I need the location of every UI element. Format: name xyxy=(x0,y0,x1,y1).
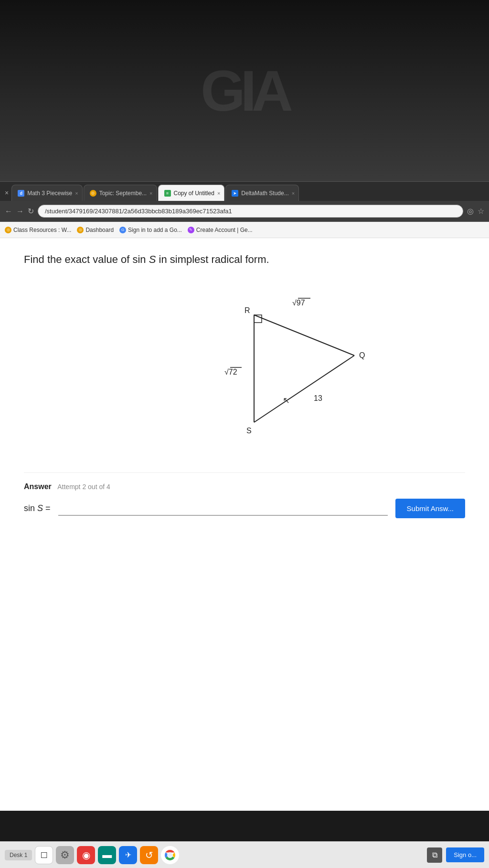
bookmark-dashboard-label: Dashboard xyxy=(85,227,114,233)
side-rq-label: √97 xyxy=(292,299,305,307)
tab-copy-label: Copy of Untitled xyxy=(174,190,214,197)
bookmark-class-resources[interactable]: ◎ Class Resources : W... xyxy=(5,227,71,233)
cursor-indicator: ↖ xyxy=(283,396,290,405)
vertex-r-label: R xyxy=(244,306,250,314)
tab-deltamath-label: DeltaMath Stude... xyxy=(241,190,288,197)
triangle-diagram: R Q S √97 √72 13 ↖ xyxy=(24,282,465,453)
answer-section: Answer Attempt 2 out of 4 sin S = Submit… xyxy=(24,472,465,518)
problem-title: Find the exact value of sin S in simples… xyxy=(24,252,465,267)
bookmark-create-label: Create Account | Ge... xyxy=(196,227,253,233)
bookmark-dashboard[interactable]: ◎ Dashboard xyxy=(77,227,114,233)
taskbar-teal-app[interactable]: ▬ xyxy=(98,846,116,864)
white-square-icon: □ xyxy=(41,849,47,860)
taskbar-red-app[interactable]: ◉ xyxy=(77,846,95,864)
answer-label: Answer xyxy=(24,482,52,491)
svg-line-2 xyxy=(254,356,354,422)
window-close-button[interactable]: × xyxy=(3,189,11,197)
blue-app-icon: ✈ xyxy=(125,850,131,859)
vertex-s-label: S xyxy=(246,427,252,435)
taskbar-chrome[interactable] xyxy=(161,846,179,864)
svg-line-0 xyxy=(254,315,354,356)
taskbar-right: ⧉ Sign o... xyxy=(427,847,484,863)
bookmark-signin-label: Sign in to add a Go... xyxy=(128,227,182,233)
tab-copy-icon: ≡ xyxy=(164,190,171,197)
taskbar-settings-icon[interactable]: ⚙ xyxy=(56,846,74,864)
back-button[interactable]: ← xyxy=(5,207,12,216)
browser-chrome: × d Math 3 Piecewise × ◎ Topic: Septembe… xyxy=(0,181,489,238)
tab-deltamath-close[interactable]: × xyxy=(292,190,295,196)
address-bar-row: ← → ↻ /student/3479169/24307881/2a56d33b… xyxy=(0,201,489,222)
tab-copy-untitled[interactable]: ≡ Copy of Untitled × xyxy=(158,185,225,201)
taskbar-white-square[interactable]: □ xyxy=(35,846,53,864)
reload-button[interactable]: ↻ xyxy=(28,207,34,216)
tab-math3-icon: d xyxy=(18,190,24,197)
bookmark-star-icon[interactable]: ☆ xyxy=(478,207,484,216)
settings-gear-icon: ⚙ xyxy=(60,849,70,861)
svg-point-8 xyxy=(168,853,172,858)
side-rs-label: √72 xyxy=(224,368,237,376)
top-background: GIA xyxy=(0,0,489,181)
tab-deltamath-icon: ➤ xyxy=(232,190,238,197)
tab-topic[interactable]: ◎ Topic: Septembe... × xyxy=(84,185,157,201)
tab-deltamath[interactable]: ➤ DeltaMath Stude... × xyxy=(225,185,299,201)
main-content: Find the exact value of sin S in simples… xyxy=(0,238,489,811)
tab-topic-label: Topic: Septembe... xyxy=(99,190,147,197)
forward-button[interactable]: → xyxy=(16,207,24,216)
tab-math3-label: Math 3 Piecewise xyxy=(27,190,72,197)
tab-topic-close[interactable]: × xyxy=(149,190,152,196)
tab-math3[interactable]: d Math 3 Piecewise × xyxy=(11,185,82,201)
bookmark-create-icon: ✎ xyxy=(188,227,194,233)
sign-out-button[interactable]: Sign o... xyxy=(446,847,484,862)
bookmark-class-label: Class Resources : W... xyxy=(13,227,71,233)
bookmark-create-account[interactable]: ✎ Create Account | Ge... xyxy=(188,227,253,233)
screen-copy-icon[interactable]: ⧉ xyxy=(427,847,442,863)
answer-input-row: sin S = Submit Answ... xyxy=(24,499,465,518)
tab-topic-icon: ◎ xyxy=(90,190,96,197)
side-sq-label: 13 xyxy=(314,394,322,402)
bookmarks-bar: ◎ Class Resources : W... ◎ Dashboard G S… xyxy=(0,222,489,238)
tab-math3-close[interactable]: × xyxy=(75,190,78,196)
sin-equation-label: sin S = xyxy=(24,503,51,513)
answer-input-field[interactable] xyxy=(58,501,388,516)
bookmark-signin-icon: G xyxy=(119,227,126,233)
teal-app-icon: ▬ xyxy=(102,849,112,860)
taskbar-orange-app[interactable]: ↺ xyxy=(140,846,158,864)
location-icon: ◎ xyxy=(467,207,474,216)
attempt-text: Attempt 2 out of 4 xyxy=(57,483,110,491)
orange-app-icon: ↺ xyxy=(145,849,153,861)
tab-bar: × d Math 3 Piecewise × ◎ Topic: Septembe… xyxy=(0,182,489,201)
red-app-icon: ◉ xyxy=(82,849,90,861)
taskbar-blue-app[interactable]: ✈ xyxy=(119,846,137,864)
bookmark-class-icon: ◎ xyxy=(5,227,11,233)
bookmark-signin[interactable]: G Sign in to add a Go... xyxy=(119,227,182,233)
taskbar: Desk 1 □ ⚙ ◉ ▬ ✈ ↺ ⧉ Sign o... xyxy=(0,841,489,868)
vertex-q-label: Q xyxy=(359,351,365,359)
bookmark-dashboard-icon: ◎ xyxy=(77,227,84,233)
desk-label: Desk 1 xyxy=(5,850,32,860)
address-input[interactable]: /student/3479169/24307881/2a56d33bbcb83b… xyxy=(38,205,463,218)
tab-copy-close[interactable]: × xyxy=(217,190,220,196)
chrome-icon xyxy=(161,846,179,864)
submit-answer-button[interactable]: Submit Answ... xyxy=(395,499,465,518)
triangle-svg: R Q S √97 √72 13 ↖ xyxy=(120,282,369,453)
